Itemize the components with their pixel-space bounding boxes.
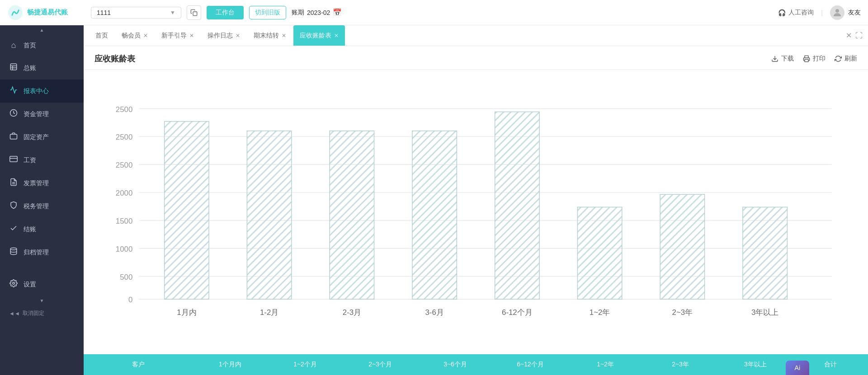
main-layout: ▲ ⌂ 首页 总账 报表中心 — [0, 25, 868, 375]
header: 畅捷通易代账 1111 ▼ 工作台 切到旧版 账期 2023-02 📅 🎧 人工… — [0, 0, 868, 25]
refresh-icon — [835, 55, 842, 62]
tab-guide-label: 新手引导 — [161, 32, 187, 40]
consult-label: 人工咨询 — [788, 9, 814, 17]
chart-wrapper: 2500 2500 2500 2000 1500 1000 500 0 — [84, 70, 868, 354]
sidebar-item-reports[interactable]: 报表中心 — [0, 80, 84, 103]
sidebar-item-salary[interactable]: 工资 — [0, 149, 84, 172]
switch-version-button[interactable]: 切到旧版 — [249, 6, 286, 19]
home-icon: ⌂ — [9, 41, 18, 50]
table-footer-col-8: 3年以上 — [718, 361, 793, 369]
tab-guide[interactable]: 新手引导 ✕ — [155, 25, 200, 46]
ledger-icon — [9, 63, 18, 73]
ai-badge[interactable]: Ai — [786, 361, 809, 375]
sidebar-label-funds: 资金管理 — [24, 110, 49, 118]
svg-text:2000: 2000 — [116, 189, 133, 197]
tab-aging[interactable]: 应收账龄表 ✕ — [293, 25, 345, 46]
company-selector[interactable]: 1111 ▼ — [91, 7, 181, 19]
svg-text:3-6月: 3-6月 — [425, 308, 443, 317]
sidebar-item-settings[interactable]: 设置 — [0, 273, 84, 296]
chart-container: 2500 2500 2500 2000 1500 1000 500 0 — [94, 79, 857, 354]
bar-8 — [743, 207, 787, 299]
tabs-bar: 首页 畅会员 ✕ 新手引导 ✕ 操作日志 ✕ 期末结转 ✕ 应收账龄表 ✕ — [84, 25, 868, 46]
ai-badge-label: Ai — [795, 364, 800, 371]
tab-member-label: 畅会员 — [122, 32, 141, 40]
tab-oplog[interactable]: 操作日志 ✕ — [201, 25, 246, 46]
sidebar-label-archive: 归档管理 — [24, 248, 49, 257]
sidebar-item-archive[interactable]: 归档管理 — [0, 241, 84, 264]
download-label: 下载 — [781, 55, 794, 63]
bar-5 — [495, 112, 539, 300]
sidebar-label-assets: 固定资产 — [24, 133, 49, 141]
tabs-right: ✕ ⛶ — [846, 31, 863, 40]
page-content: 应收账龄表 下载 打印 — [84, 46, 868, 375]
table-footer-col-3: 2~3个月 — [343, 361, 418, 369]
chevron-down-icon: ▼ — [170, 9, 175, 16]
tab-aging-close[interactable]: ✕ — [334, 33, 339, 39]
sidebar-scroll-down[interactable]: ▼ — [0, 296, 84, 305]
table-footer: 客户 1个月内 1~2个月 2~3个月 3~6个月 6~12个月 1~2年 2~… — [84, 354, 868, 375]
tab-period-close-label: 期末结转 — [254, 32, 279, 40]
logo-icon — [7, 5, 24, 21]
sidebar: ▲ ⌂ 首页 总账 报表中心 — [0, 25, 84, 375]
sidebar-item-home[interactable]: ⌂ 首页 — [0, 34, 84, 56]
sidebar-item-ledger[interactable]: 总账 — [0, 56, 84, 80]
bar-4 — [412, 131, 457, 300]
sidebar-item-tax[interactable]: 税务管理 — [0, 195, 84, 218]
tab-period-close[interactable]: 期末结转 ✕ — [247, 25, 292, 46]
table-footer-col-2: 1~2个月 — [268, 361, 343, 369]
download-button[interactable]: 下载 — [771, 55, 794, 63]
svg-text:2500: 2500 — [116, 105, 133, 114]
unpin-label: 取消固定 — [23, 309, 44, 317]
tab-member-close[interactable]: ✕ — [143, 33, 148, 39]
tab-oplog-label: 操作日志 — [208, 32, 233, 40]
table-footer-col-0: 客户 — [84, 361, 193, 369]
svg-point-14 — [13, 282, 15, 285]
calendar-icon[interactable]: 📅 — [333, 8, 342, 17]
svg-text:1-2月: 1-2月 — [260, 308, 278, 317]
sidebar-item-settle[interactable]: 结账 — [0, 218, 84, 241]
refresh-button[interactable]: 刷新 — [835, 55, 857, 63]
consult-button[interactable]: 🎧 人工咨询 — [778, 9, 814, 17]
avatar — [830, 5, 844, 20]
svg-text:1000: 1000 — [116, 245, 133, 253]
tab-period-close-close[interactable]: ✕ — [282, 33, 286, 39]
tab-guide-close[interactable]: ✕ — [189, 33, 194, 39]
sidebar-label-home: 首页 — [24, 42, 36, 50]
refresh-label: 刷新 — [844, 55, 857, 63]
content-area: 首页 畅会员 ✕ 新手引导 ✕ 操作日志 ✕ 期末结转 ✕ 应收账龄表 ✕ — [84, 25, 868, 375]
expand-button[interactable]: ⛶ — [855, 32, 863, 40]
close-all-tabs-button[interactable]: ✕ — [846, 31, 852, 40]
sidebar-item-assets[interactable]: 固定资产 — [0, 126, 84, 149]
tab-member[interactable]: 畅会员 ✕ — [115, 25, 154, 46]
print-button[interactable]: 打印 — [803, 55, 826, 63]
period-area: 账期 2023-02 📅 — [292, 8, 342, 17]
sidebar-label-tax: 税务管理 — [24, 202, 49, 211]
unpin-button[interactable]: ◄◄ 取消固定 — [0, 305, 84, 322]
sidebar-label-salary: 工资 — [24, 156, 36, 164]
period-label: 账期 — [292, 9, 304, 17]
table-footer-col-5: 6~12个月 — [493, 361, 568, 369]
svg-rect-3 — [10, 64, 17, 70]
header-right: 🎧 人工咨询 | 友友 — [778, 5, 861, 20]
sidebar-item-funds[interactable]: 资金管理 — [0, 103, 84, 126]
sidebar-label-reports: 报表中心 — [24, 87, 49, 95]
svg-point-13 — [10, 248, 17, 250]
salary-icon — [9, 155, 18, 165]
tab-home[interactable]: 首页 — [89, 25, 114, 46]
bar-7 — [660, 194, 704, 299]
svg-text:2500: 2500 — [116, 161, 133, 169]
svg-rect-16 — [805, 59, 808, 61]
invoice-icon — [9, 178, 18, 188]
svg-text:0: 0 — [128, 295, 132, 304]
tab-oplog-close[interactable]: ✕ — [236, 33, 240, 39]
bar-2 — [247, 131, 291, 300]
svg-text:1月内: 1月内 — [177, 308, 196, 317]
svg-rect-8 — [10, 134, 17, 139]
tab-aging-label: 应收账龄表 — [300, 32, 331, 40]
copy-button[interactable] — [187, 5, 201, 20]
sidebar-item-invoice[interactable]: 发票管理 — [0, 172, 84, 195]
svg-text:3年以上: 3年以上 — [751, 308, 778, 317]
user-area[interactable]: 友友 — [830, 5, 861, 20]
workbench-button[interactable]: 工作台 — [207, 6, 244, 19]
sidebar-scroll-up[interactable]: ▲ — [0, 25, 84, 34]
